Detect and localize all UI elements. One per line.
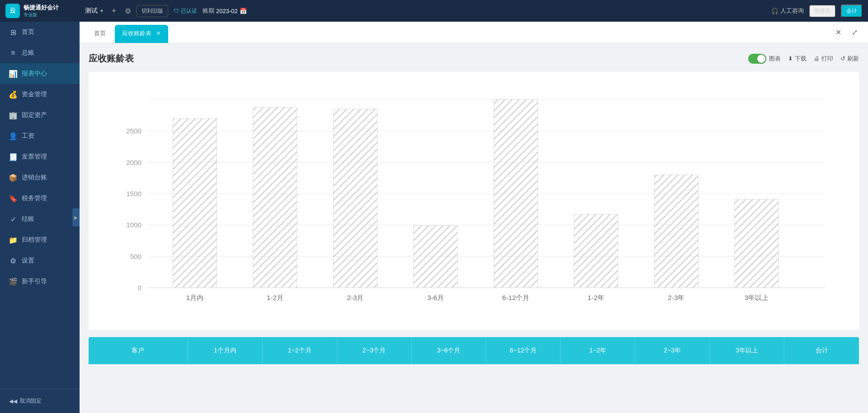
sidebar-icon-invoice: 🧾 xyxy=(9,153,17,161)
logo-sub: 专业版 xyxy=(24,12,59,18)
sidebar-item-settlement[interactable]: ✓ 结账 xyxy=(0,209,80,230)
sidebar-label-inventory: 进销台账 xyxy=(22,174,47,182)
download-button[interactable]: ⬇ 下载 xyxy=(788,55,807,63)
logo-icon: 云 xyxy=(5,4,20,18)
sidebar-icon-tax: 🔖 xyxy=(9,194,17,202)
sidebar-icon-salary: 👤 xyxy=(9,132,17,140)
header-middle: 测试 ▾ + ⚙ 切到旧版 🛡 已认证 账期 2023-02 📅 xyxy=(78,5,771,17)
header-right: 🎧 人工咨询 管理员 会计 xyxy=(771,5,863,18)
sidebar-icon-funds: 💰 xyxy=(9,90,17,99)
refresh-button[interactable]: ↺ 刷新 xyxy=(840,55,859,63)
table-header-col-5: 6~12个月 xyxy=(486,337,561,364)
company-name: 测试 xyxy=(85,7,98,15)
old-version-button[interactable]: 切到旧版 xyxy=(137,5,168,17)
sidebar-scroll: ⊞ 首页 ≡ 总账 📊 报表中心 💰 资金管理 🏢 固定资产 👤 工资 🧾 发票… xyxy=(0,22,80,389)
unpin-button[interactable]: ◀◀ 取消固定 xyxy=(5,394,74,408)
svg-text:2500: 2500 xyxy=(126,127,142,135)
sidebar-label-archive: 归档管理 xyxy=(22,236,47,244)
sidebar-item-tax[interactable]: 🔖 税务管理 xyxy=(0,188,80,209)
sidebar-label-salary: 工资 xyxy=(22,132,34,140)
sidebar-item-invoice[interactable]: 🧾 发票管理 xyxy=(0,146,80,167)
sidebar-icon-archive: 📁 xyxy=(9,236,17,244)
sidebar-item-home[interactable]: ⊞ 首页 xyxy=(0,22,80,42)
settings-icon[interactable]: ⚙ xyxy=(125,7,131,15)
tab-aging-label: 应收账龄表 xyxy=(122,30,151,37)
svg-text:3-6月: 3-6月 xyxy=(427,294,444,301)
main-layout: ⊞ 首页 ≡ 总账 📊 报表中心 💰 资金管理 🏢 固定资产 👤 工资 🧾 发票… xyxy=(0,22,868,413)
sidebar-icon-settlement: ✓ xyxy=(9,215,17,223)
sidebar-label-funds: 资金管理 xyxy=(22,90,47,99)
role-button[interactable]: 会计 xyxy=(841,5,863,18)
user-button[interactable]: 管理员 xyxy=(809,5,835,17)
svg-text:2-3月: 2-3月 xyxy=(347,294,363,301)
sidebar-icon-ledger: ≡ xyxy=(9,49,17,57)
svg-text:2-3年: 2-3年 xyxy=(668,294,684,301)
sidebar-resize-handle[interactable]: ▶ xyxy=(72,208,80,226)
chart-container: 0 500 1000 1500 2000 2500 1月内 xyxy=(89,72,859,330)
sidebar-item-salary[interactable]: 👤 工资 xyxy=(0,126,80,146)
svg-text:2000: 2000 xyxy=(126,159,142,166)
sidebar-item-guide[interactable]: 🎬 新手引导 xyxy=(0,271,80,292)
table-header-col-8: 3年以上 xyxy=(710,337,784,364)
sidebar-item-assets[interactable]: 🏢 固定资产 xyxy=(0,105,80,126)
tab-aging[interactable]: 应收账龄表 ✕ xyxy=(115,25,168,43)
sidebar-item-settings[interactable]: ⚙ 设置 xyxy=(0,250,80,271)
add-company-button[interactable]: + xyxy=(108,5,119,16)
sidebar-label-invoice: 发票管理 xyxy=(22,153,47,161)
sidebar-item-inventory[interactable]: 📦 进销台账 xyxy=(0,167,80,188)
sidebar-icon-home: ⊞ xyxy=(9,28,17,36)
svg-text:0: 0 xyxy=(138,284,142,291)
svg-text:500: 500 xyxy=(130,253,142,260)
logo-name: 畅捷通好会计 xyxy=(24,4,59,12)
support-button[interactable]: 🎧 人工咨询 xyxy=(771,7,804,15)
tab-close-icon[interactable]: ✕ xyxy=(156,30,161,37)
unpin-icon: ◀◀ xyxy=(9,398,17,404)
tab-home[interactable]: 首页 xyxy=(87,25,113,43)
svg-text:1500: 1500 xyxy=(126,190,142,197)
sidebar-item-archive[interactable]: 📁 归档管理 xyxy=(0,230,80,250)
sidebar-label-tax: 税务管理 xyxy=(22,194,47,202)
table-header-col-3: 2~3个月 xyxy=(337,337,412,364)
certified-badge: 🛡 已认证 xyxy=(174,7,197,15)
bar-1-2month xyxy=(253,107,297,287)
expand-panel-button[interactable]: ⤢ xyxy=(848,26,861,39)
svg-text:1月内: 1月内 xyxy=(186,294,203,301)
print-button[interactable]: 🖨 打印 xyxy=(814,55,833,63)
sidebar-item-funds[interactable]: 💰 资金管理 xyxy=(0,84,80,105)
table-header-col-6: 1~2年 xyxy=(561,337,635,364)
chart-toggle-label: 图表 xyxy=(769,55,781,63)
bar-1month xyxy=(173,118,217,287)
sidebar-item-reports[interactable]: 📊 报表中心 xyxy=(0,63,80,84)
sidebar-icon-guide: 🎬 xyxy=(9,277,17,286)
chart-toggle[interactable]: 图表 xyxy=(748,54,781,64)
sidebar-icon-settings: ⚙ xyxy=(9,257,17,265)
table-header-col-9: 合计 xyxy=(784,337,859,364)
table-header-col-0: 客户 xyxy=(89,337,188,364)
download-icon: ⬇ xyxy=(788,55,793,62)
period-info: 账期 2023-02 📅 xyxy=(203,7,247,15)
tab-bar: 首页 应收账龄表 ✕ ✕ ⤢ xyxy=(80,22,868,43)
sidebar-icon-inventory: 📦 xyxy=(9,174,17,182)
page-header: 应收账龄表 图表 ⬇ 下载 🖨 打印 xyxy=(89,52,859,65)
logo-text: 畅捷通好会计 专业版 xyxy=(24,4,59,18)
calendar-icon[interactable]: 📅 xyxy=(240,8,247,14)
toggle-thumb xyxy=(757,55,765,63)
bar-3-6month xyxy=(414,225,458,287)
sidebar-label-settings: 设置 xyxy=(22,257,34,265)
svg-text:6-12个月: 6-12个月 xyxy=(502,294,530,301)
toggle-track[interactable] xyxy=(748,54,766,64)
sidebar-item-ledger[interactable]: ≡ 总账 xyxy=(0,42,80,63)
sidebar-label-reports: 报表中心 xyxy=(22,70,47,78)
sidebar-bottom: ◀◀ 取消固定 xyxy=(0,389,80,413)
support-label: 人工咨询 xyxy=(780,7,804,15)
company-selector[interactable]: 测试 ▾ xyxy=(85,7,103,15)
content-area: 首页 应收账龄表 ✕ ✕ ⤢ 应收账龄表 图表 xyxy=(80,22,868,413)
bar-6-12month xyxy=(494,100,538,288)
period-value: 2023-02 xyxy=(216,8,238,14)
refresh-icon: ↺ xyxy=(840,55,845,62)
svg-text:3年以上: 3年以上 xyxy=(745,294,769,301)
bar-2-3year xyxy=(654,175,698,288)
close-panel-button[interactable]: ✕ xyxy=(832,26,844,39)
sidebar-label-home: 首页 xyxy=(22,28,34,36)
sidebar-label-settlement: 结账 xyxy=(22,215,34,223)
